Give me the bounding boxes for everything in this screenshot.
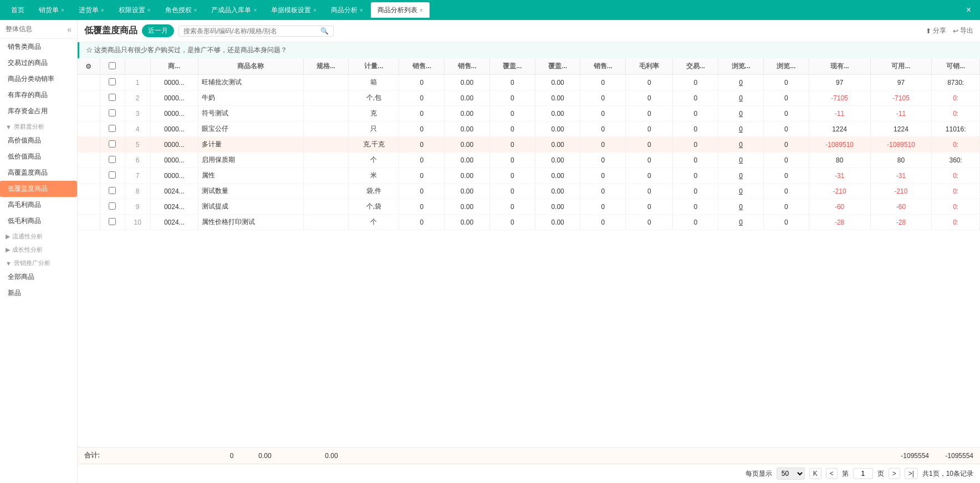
sidebar-item-stocked-goods[interactable]: 有库存的商品 bbox=[0, 87, 77, 103]
nav-tab-sales-close[interactable]: × bbox=[61, 7, 64, 13]
row-browse1[interactable]: 0 bbox=[718, 106, 764, 121]
row-checkbox[interactable] bbox=[100, 90, 125, 106]
sidebar-group-growth[interactable]: ▶ 成长性分析 bbox=[0, 242, 77, 256]
col-cover3[interactable]: 销售... bbox=[580, 58, 626, 75]
row-select-checkbox[interactable] bbox=[109, 202, 116, 210]
row-select-checkbox[interactable] bbox=[109, 78, 116, 85]
row-checkbox[interactable] bbox=[100, 75, 125, 90]
sidebar-item-stock-capital[interactable]: 库存资金占用 bbox=[0, 103, 77, 119]
window-close-button[interactable]: × bbox=[962, 5, 976, 15]
col-name[interactable]: 商品名称 bbox=[198, 58, 304, 75]
col-spec[interactable]: 规格... bbox=[303, 58, 349, 75]
row-checkbox[interactable] bbox=[100, 199, 125, 215]
row-checkbox[interactable] bbox=[100, 121, 125, 137]
col-stock2[interactable]: 可用... bbox=[870, 58, 932, 75]
table-container[interactable]: ⚙ 商... 商品名称 规格... 计量... 销售... 销售... 覆盖..… bbox=[78, 58, 980, 447]
sidebar-group-flow[interactable]: ▶ 流通性分析 bbox=[0, 229, 77, 242]
row-select-checkbox[interactable] bbox=[109, 156, 116, 163]
sidebar-item-low-gross[interactable]: 低毛利商品 bbox=[0, 213, 77, 229]
row-checkbox[interactable] bbox=[100, 168, 125, 184]
col-trade[interactable]: 交易... bbox=[673, 58, 718, 75]
row-spec bbox=[303, 184, 349, 199]
sidebar-group-marketing[interactable]: ▼ 营销推广分析 bbox=[0, 256, 77, 269]
sidebar-item-high-value[interactable]: 高价值商品 bbox=[0, 133, 77, 149]
nav-tab-purchase-close[interactable]: × bbox=[101, 7, 104, 13]
col-cover2[interactable]: 覆盖... bbox=[535, 58, 580, 75]
page-prev-button[interactable]: < bbox=[826, 468, 838, 479]
row-select-checkbox[interactable] bbox=[109, 109, 116, 116]
filter-recent-month-button[interactable]: 近一月 bbox=[142, 24, 174, 37]
nav-tab-templates-close[interactable]: × bbox=[313, 7, 317, 13]
sidebar-group-cluster[interactable]: ▼ 类群度分析 bbox=[0, 119, 77, 133]
nav-tab-analysis-list[interactable]: 商品分析列表 × bbox=[371, 2, 430, 18]
row-browse1[interactable]: 0 bbox=[718, 168, 764, 184]
row-browse1[interactable]: 0 bbox=[718, 75, 764, 90]
nav-tab-sales-label: 销货单 bbox=[39, 6, 59, 15]
col-cover1[interactable]: 覆盖... bbox=[489, 58, 535, 75]
col-browse2[interactable]: 浏览... bbox=[763, 58, 809, 75]
row-select-checkbox[interactable] bbox=[109, 187, 116, 194]
nav-tab-permissions-close[interactable]: × bbox=[147, 7, 151, 13]
nav-tab-analysis-list-close[interactable]: × bbox=[420, 7, 423, 13]
row-browse2: 0 bbox=[763, 152, 809, 168]
col-sales-amt[interactable]: 销售... bbox=[445, 58, 490, 75]
sidebar-item-sales-goods[interactable]: 销售类商品 bbox=[0, 39, 77, 55]
page-number-input[interactable] bbox=[853, 468, 873, 479]
sidebar-item-high-gross[interactable]: 高毛利商品 bbox=[0, 197, 77, 213]
nav-tab-home[interactable]: 首页 bbox=[4, 2, 31, 18]
nav-tab-roles-close[interactable]: × bbox=[194, 7, 197, 13]
share-button[interactable]: ⬆ 分享 bbox=[926, 26, 946, 35]
row-select-checkbox[interactable] bbox=[109, 218, 116, 225]
row-checkbox[interactable] bbox=[100, 215, 125, 230]
col-unit[interactable]: 计量... bbox=[349, 58, 399, 75]
col-browse1[interactable]: 浏览... bbox=[718, 58, 764, 75]
row-stock1: 80 bbox=[809, 152, 870, 168]
nav-tab-templates[interactable]: 单据模板设置 × bbox=[264, 2, 323, 18]
col-available[interactable]: 可销... bbox=[932, 58, 980, 75]
row-browse1[interactable]: 0 bbox=[718, 152, 764, 168]
row-browse1[interactable]: 0 bbox=[718, 184, 764, 199]
row-select-checkbox[interactable] bbox=[109, 171, 116, 179]
nav-tab-products-close[interactable]: × bbox=[253, 7, 257, 13]
nav-tab-products[interactable]: 产成品入库单 × bbox=[205, 2, 263, 18]
row-checkbox[interactable] bbox=[100, 184, 125, 199]
row-checkbox[interactable] bbox=[100, 137, 125, 152]
sidebar-item-new-goods[interactable]: 新品 bbox=[0, 285, 77, 301]
sidebar-item-low-value[interactable]: 低价值商品 bbox=[0, 149, 77, 165]
sidebar-item-high-coverage[interactable]: 高覆盖度商品 bbox=[0, 165, 77, 181]
nav-tab-analysis[interactable]: 商品分析 × bbox=[324, 2, 370, 18]
col-code[interactable]: 商... bbox=[150, 58, 198, 75]
row-browse1[interactable]: 0 bbox=[718, 121, 764, 137]
page-first-button[interactable]: K bbox=[809, 468, 821, 479]
sidebar-item-low-coverage[interactable]: 低覆盖度商品 bbox=[0, 181, 77, 197]
search-input[interactable] bbox=[183, 27, 318, 35]
nav-tab-analysis-close[interactable]: × bbox=[360, 7, 363, 13]
row-browse1[interactable]: 0 bbox=[718, 90, 764, 106]
sidebar-item-all-goods[interactable]: 全部商品 bbox=[0, 269, 77, 285]
nav-tab-permissions[interactable]: 权限设置 × bbox=[112, 2, 157, 18]
page-last-button[interactable]: >| bbox=[905, 468, 918, 479]
row-browse1[interactable]: 0 bbox=[718, 215, 764, 230]
select-all-checkbox[interactable] bbox=[109, 62, 116, 69]
export-button[interactable]: ↩ 导出 bbox=[953, 26, 973, 35]
sidebar-item-traded-goods[interactable]: 交易过的商品 bbox=[0, 55, 77, 71]
row-select-checkbox[interactable] bbox=[109, 94, 116, 101]
row-browse1[interactable]: 0 bbox=[718, 199, 764, 215]
row-stock2: -7105 bbox=[870, 90, 932, 106]
sidebar-item-category-rate[interactable]: 商品分类动销率 bbox=[0, 71, 77, 87]
page-next-button[interactable]: > bbox=[889, 468, 900, 479]
row-browse1[interactable]: 0 bbox=[718, 137, 764, 152]
row-select-checkbox[interactable] bbox=[109, 125, 116, 132]
col-settings[interactable]: ⚙ bbox=[78, 58, 100, 75]
row-select-checkbox[interactable] bbox=[109, 140, 116, 148]
sidebar-collapse-button[interactable]: « bbox=[67, 25, 72, 34]
row-checkbox[interactable] bbox=[100, 106, 125, 121]
col-sales-qty[interactable]: 销售... bbox=[399, 58, 445, 75]
nav-tab-roles[interactable]: 角色授权 × bbox=[159, 2, 204, 18]
col-gross-rate[interactable]: 毛利率 bbox=[626, 58, 673, 75]
nav-tab-purchase[interactable]: 进货单 × bbox=[72, 2, 111, 18]
row-checkbox[interactable] bbox=[100, 152, 125, 168]
col-stock1[interactable]: 现有... bbox=[809, 58, 870, 75]
nav-tab-sales[interactable]: 销货单 × bbox=[32, 2, 71, 18]
per-page-select[interactable]: 50 10 20 100 bbox=[777, 467, 805, 480]
